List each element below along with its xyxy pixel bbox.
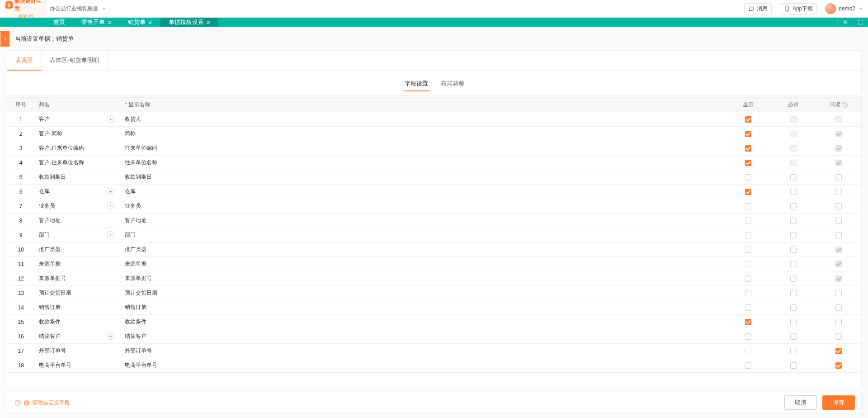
checkbox[interactable] — [790, 276, 797, 282]
cell-required — [771, 228, 816, 242]
checkbox[interactable] — [835, 174, 842, 180]
checkbox[interactable] — [835, 203, 842, 209]
checkbox[interactable] — [790, 348, 797, 354]
checkbox — [790, 160, 797, 166]
add-subcolumn-button[interactable]: + — [107, 202, 114, 209]
cancel-button[interactable]: 取消 — [784, 395, 817, 410]
fields-table-wrap[interactable]: 序号 列名 *显示名称 显示 必录 只读? 1客户+收货人2客户.简称简称3客户… — [7, 97, 862, 387]
cell-display-name[interactable]: 外部订单号 — [120, 344, 726, 358]
cell-name: 销售订单 — [34, 300, 120, 315]
cell-display-name[interactable]: 往来单位名称 — [120, 156, 726, 170]
checkbox[interactable] — [745, 116, 751, 123]
checkbox[interactable] — [835, 218, 842, 224]
cell-display-name[interactable]: 业务员 — [120, 199, 726, 214]
tabs-bar: 首页零售开单×销货单×单据模板设置× — [0, 18, 868, 27]
cell-display-name[interactable]: 收款到期日 — [120, 170, 726, 185]
cell-display-name[interactable]: 部门 — [120, 228, 726, 242]
chevron-right-icon — [3, 36, 7, 42]
checkbox[interactable] — [745, 189, 751, 195]
checkbox — [835, 276, 842, 282]
close-icon[interactable]: × — [207, 19, 211, 26]
checkbox[interactable] — [835, 319, 842, 325]
cell-display-name[interactable]: 销售订单 — [120, 300, 726, 315]
tab-首页[interactable]: 首页 — [45, 18, 73, 27]
checkbox[interactable] — [835, 362, 842, 369]
area-tab-1[interactable]: 表体区-销货单明细 — [42, 51, 107, 70]
cell-display-name[interactable]: 客户地址 — [120, 214, 726, 228]
checkbox[interactable] — [790, 290, 797, 296]
checkbox[interactable] — [790, 304, 797, 311]
close-all-tabs-button[interactable] — [837, 18, 853, 27]
checkbox[interactable] — [745, 333, 751, 340]
checkbox[interactable] — [790, 333, 797, 340]
checkbox[interactable] — [790, 189, 797, 195]
inner-tab-1[interactable]: 布局调整 — [440, 77, 465, 91]
messages-button[interactable]: 消息 — [744, 3, 772, 14]
checkbox[interactable] — [745, 319, 751, 325]
add-subcolumn-button[interactable]: + — [107, 188, 114, 195]
checkbox[interactable] — [790, 362, 797, 369]
checkbox[interactable] — [790, 319, 797, 325]
close-icon[interactable]: × — [148, 19, 152, 26]
brand-logo[interactable]: b畅捷通好生意 标准版 — [5, 0, 46, 17]
cell-display-name[interactable]: 来源单据号 — [120, 271, 726, 286]
inner-tab-0[interactable]: 字段设置 — [404, 77, 429, 91]
checkbox[interactable] — [835, 189, 842, 195]
checkbox[interactable] — [745, 160, 751, 166]
checkbox[interactable] — [835, 333, 842, 340]
tab-销货单[interactable]: 销货单× — [120, 18, 160, 27]
main-panel: 当前设置单据：销货单 表头区表体区-销货单明细 字段设置布局调整 序号 列名 — [0, 27, 868, 418]
cell-display-name[interactable]: 电商平台单号 — [120, 358, 726, 373]
add-subcolumn-button[interactable]: + — [107, 115, 114, 123]
area-tab-0[interactable]: 表头区 — [7, 51, 42, 71]
checkbox[interactable] — [745, 276, 751, 282]
checkbox[interactable] — [790, 261, 797, 267]
checkbox[interactable] — [790, 247, 797, 253]
checkbox[interactable] — [745, 348, 751, 354]
checkbox[interactable] — [745, 174, 751, 180]
checkbox[interactable] — [745, 218, 751, 224]
checkbox[interactable] — [790, 218, 797, 224]
checkbox[interactable] — [745, 261, 751, 267]
cell-display-name[interactable]: 预计交货日期 — [120, 286, 726, 300]
cell-display-name[interactable]: 往来单位编码 — [120, 141, 726, 156]
cell-readonly — [816, 214, 861, 228]
add-subcolumn-button[interactable]: + — [107, 231, 114, 238]
cell-display-name[interactable]: 来源单据 — [120, 257, 726, 271]
cell-required — [771, 329, 816, 344]
checkbox[interactable] — [745, 304, 751, 311]
checkbox[interactable] — [745, 145, 751, 152]
checkbox[interactable] — [745, 362, 751, 369]
help-icon[interactable]: ? — [842, 102, 848, 108]
checkbox[interactable] — [835, 232, 842, 238]
checkbox[interactable] — [835, 290, 842, 296]
panel-expand-button[interactable] — [0, 31, 9, 47]
fullscreen-button[interactable] — [853, 18, 868, 27]
tab-单据模板设置[interactable]: 单据模板设置× — [160, 18, 219, 27]
cell-display-name[interactable]: 仓库 — [120, 185, 726, 199]
checkbox[interactable] — [790, 203, 797, 209]
close-icon[interactable]: × — [108, 19, 112, 26]
checkbox[interactable] — [745, 247, 751, 253]
checkbox[interactable] — [745, 232, 751, 238]
checkbox[interactable] — [790, 174, 797, 180]
cell-display-name[interactable]: 结算客户 — [120, 329, 726, 344]
checkbox[interactable] — [835, 348, 842, 354]
checkbox[interactable] — [835, 304, 842, 311]
cell-display-name[interactable]: 收货人 — [120, 112, 726, 127]
checkbox[interactable] — [790, 232, 797, 238]
save-button[interactable]: 保存 — [822, 395, 855, 410]
checkbox[interactable] — [745, 203, 751, 209]
custom-fields-link[interactable]: ? 管理自定义字段 — [14, 399, 70, 407]
checkbox[interactable] — [745, 290, 751, 296]
tab-零售开单[interactable]: 零售开单× — [73, 18, 120, 27]
account-selector[interactable]: 办公品行业模拟账套 — [50, 5, 106, 13]
cell-show — [726, 156, 771, 170]
cell-display-name[interactable]: 推广类型 — [120, 242, 726, 257]
cell-display-name[interactable]: 简称 — [120, 127, 726, 141]
user-menu[interactable]: demo2 — [825, 3, 863, 14]
add-subcolumn-button[interactable]: + — [107, 332, 114, 340]
app-download-button[interactable]: App下载 — [780, 3, 817, 14]
cell-display-name[interactable]: 收款条件 — [120, 315, 726, 329]
checkbox[interactable] — [745, 131, 751, 137]
